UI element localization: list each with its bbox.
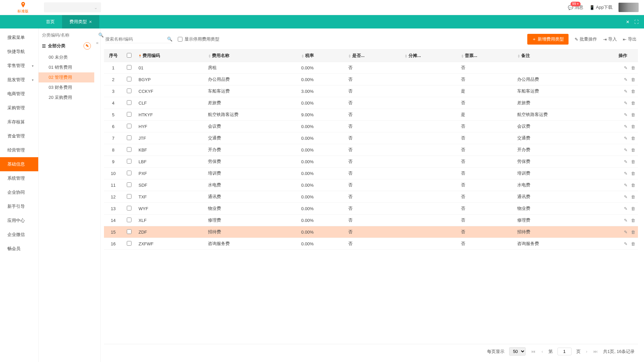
col-share[interactable]: ▲▼分摊... xyxy=(402,50,458,62)
category-item[interactable]: 00 未分类 xyxy=(39,52,94,62)
app-download-button[interactable]: 📱 App下载 xyxy=(589,4,612,10)
nav-item[interactable]: 电商管理 xyxy=(0,87,38,101)
row-checkbox[interactable] xyxy=(127,100,131,105)
delete-row-icon[interactable]: 🗑 xyxy=(631,183,635,188)
table-row[interactable]: 9 LBF 劳保费 0.00% 否 否 劳保费 ✎ 🗑 xyxy=(104,156,638,168)
row-checkbox[interactable] xyxy=(127,229,131,234)
row-checkbox[interactable] xyxy=(127,88,131,93)
row-checkbox[interactable] xyxy=(127,241,131,246)
page-prev-button[interactable]: ‹ xyxy=(541,349,543,354)
edit-row-icon[interactable]: ✎ xyxy=(624,77,628,82)
edit-row-icon[interactable]: ✎ xyxy=(624,147,628,153)
table-row[interactable]: 4 CLF 差旅费 0.00% 否 否 差旅费 ✎ 🗑 xyxy=(104,97,638,109)
edit-row-icon[interactable]: ✎ xyxy=(624,218,628,223)
delete-row-icon[interactable]: 🗑 xyxy=(631,206,635,211)
delete-row-icon[interactable]: 🗑 xyxy=(631,65,635,70)
delete-row-icon[interactable]: 🗑 xyxy=(631,124,635,129)
row-checkbox[interactable] xyxy=(127,194,131,199)
delete-row-icon[interactable]: 🗑 xyxy=(631,194,635,199)
delete-row-icon[interactable]: 🗑 xyxy=(631,241,635,246)
nav-item[interactable]: 快捷导航 xyxy=(0,45,38,59)
delete-row-icon[interactable]: 🗑 xyxy=(631,101,635,106)
row-checkbox[interactable] xyxy=(127,206,131,210)
delete-row-icon[interactable]: 🗑 xyxy=(631,136,635,141)
category-item[interactable]: 20 采购费用 xyxy=(39,93,94,103)
table-row[interactable]: 11 SDF 水电费 0.00% 否 否 水电费 ✎ 🗑 xyxy=(104,179,638,191)
col-name[interactable]: ▲▼费用名称 xyxy=(205,50,299,62)
col-remark[interactable]: ▲▼备注 xyxy=(515,50,608,62)
delete-row-icon[interactable]: 🗑 xyxy=(631,218,635,223)
row-checkbox[interactable] xyxy=(127,124,131,128)
table-row[interactable]: 13 WYF 物业费 0.00% 否 否 物业费 ✎ 🗑 xyxy=(104,203,638,215)
table-row[interactable]: 15 ZDF 招待费 0.00% 否 否 招待费 ✎ 🗑 xyxy=(104,226,638,238)
edit-row-icon[interactable]: ✎ xyxy=(624,124,628,129)
table-row[interactable]: 6 HYF 会议费 0.00% 否 否 会议费 ✎ 🗑 xyxy=(104,121,638,132)
row-checkbox[interactable] xyxy=(127,77,131,81)
row-checkbox[interactable] xyxy=(127,218,131,222)
row-checkbox[interactable] xyxy=(127,182,131,187)
edit-row-icon[interactable]: ✎ xyxy=(624,194,628,199)
nav-item[interactable]: 经营管理 xyxy=(0,143,38,157)
delete-row-icon[interactable]: 🗑 xyxy=(631,230,635,235)
category-search-input[interactable] xyxy=(42,33,98,38)
table-row[interactable]: 7 JTF 交通费 0.00% 否 否 交通费 ✎ 🗑 xyxy=(104,132,638,144)
show-disabled-checkbox[interactable]: 显示停用费用类型 xyxy=(178,36,219,42)
delete-row-icon[interactable]: 🗑 xyxy=(631,77,635,82)
row-checkbox[interactable] xyxy=(127,112,131,117)
table-row[interactable]: 5 HTKYF 航空铁路客运费 9.00% 否 是 航空铁路客运费 ✎ 🗑 xyxy=(104,109,638,121)
row-checkbox[interactable] xyxy=(127,135,131,140)
edit-row-icon[interactable]: ✎ xyxy=(624,159,628,164)
col-checkbox[interactable] xyxy=(122,50,136,62)
delete-row-icon[interactable]: 🗑 xyxy=(631,147,635,153)
nav-item[interactable]: 搜索菜单 xyxy=(0,31,38,45)
edit-row-icon[interactable]: ✎ xyxy=(624,101,628,106)
search-icon[interactable]: 🔍 xyxy=(98,33,104,38)
close-icon[interactable]: ✕ xyxy=(89,20,92,24)
nav-item[interactable]: 应用中心 xyxy=(0,214,38,228)
edit-row-icon[interactable]: ✎ xyxy=(624,89,628,94)
category-item[interactable]: 01 销售费用 xyxy=(39,62,94,72)
show-disabled-input[interactable] xyxy=(178,37,182,42)
fullscreen-icon[interactable]: ⛶ xyxy=(634,19,639,24)
page-next-button[interactable]: › xyxy=(585,349,588,354)
nav-item[interactable]: 企业微信 xyxy=(0,228,38,242)
delete-row-icon[interactable]: 🗑 xyxy=(631,171,635,176)
delete-row-icon[interactable]: 🗑 xyxy=(631,89,635,94)
col-idx[interactable]: 序号 xyxy=(104,50,122,62)
nav-item[interactable]: 基础信息 xyxy=(0,157,38,171)
batch-ops-button[interactable]: ✎ 批量操作 xyxy=(575,36,597,42)
edit-row-icon[interactable]: ✎ xyxy=(624,171,628,176)
edit-row-icon[interactable]: ✎ xyxy=(624,206,628,211)
per-page-select[interactable]: 50 xyxy=(509,347,526,356)
category-all[interactable]: ☰ 全部分类 ✎ xyxy=(39,40,94,52)
nav-item[interactable]: 库存核算 xyxy=(0,115,38,129)
row-checkbox[interactable] xyxy=(127,147,131,152)
row-checkbox[interactable] xyxy=(127,159,131,164)
category-item[interactable]: 03 财务费用 xyxy=(39,82,94,93)
page-first-button[interactable]: ⏮ xyxy=(530,349,536,354)
edit-row-icon[interactable]: ✎ xyxy=(624,112,628,117)
nav-item[interactable]: 零售管理▾ xyxy=(0,59,38,73)
table-row[interactable]: 16 ZXFWF 咨询服务费 0.00% 否 否 咨询服务费 ✎ 🗑 xyxy=(104,238,638,250)
tab-close-all-icon[interactable]: ✕ xyxy=(626,19,630,24)
nav-item[interactable]: 新手引导 xyxy=(0,199,38,214)
select-all-checkbox[interactable] xyxy=(127,53,131,58)
col-isx[interactable]: ▲▼是否... xyxy=(345,50,402,62)
edit-row-icon[interactable]: ✎ xyxy=(624,230,628,235)
add-category-button[interactable]: ✎ xyxy=(84,42,91,50)
delete-row-icon[interactable]: 🗑 xyxy=(631,159,635,164)
nav-item[interactable]: 企业协同 xyxy=(0,185,38,199)
export-button[interactable]: ⇤ 导出 xyxy=(623,36,637,42)
table-row[interactable]: 12 TXF 通讯费 0.00% 否 否 通讯费 ✎ 🗑 xyxy=(104,191,638,203)
table-row[interactable]: 14 XLF 修理费 0.00% 否 否 修理费 ✎ 🗑 xyxy=(104,215,638,226)
row-checkbox[interactable] xyxy=(127,171,131,175)
col-ticket[interactable]: ▲▼普票... xyxy=(458,50,515,62)
new-fee-type-button[interactable]: ＋ 新增费用类型 xyxy=(527,34,569,45)
edit-row-icon[interactable]: ✎ xyxy=(624,65,628,70)
nav-item[interactable]: 批发管理▾ xyxy=(0,73,38,87)
table-row[interactable]: 10 PXF 培训费 0.00% 否 否 培训费 ✎ 🗑 xyxy=(104,168,638,179)
company-selector[interactable]: ⌄ xyxy=(44,2,101,12)
search-icon[interactable]: 🔍 xyxy=(167,37,172,42)
page-last-button[interactable]: ⏭ xyxy=(593,349,598,354)
edit-row-icon[interactable]: ✎ xyxy=(624,183,628,188)
